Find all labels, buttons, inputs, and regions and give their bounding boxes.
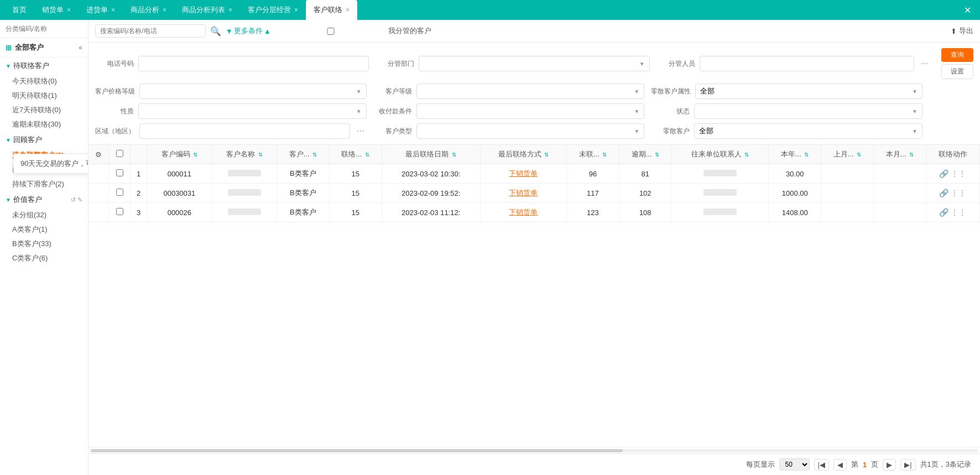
search-button[interactable]: 🔍 bbox=[210, 26, 221, 36]
select-all-checkbox[interactable] bbox=[116, 150, 123, 157]
close-customer-contact-icon[interactable]: × bbox=[346, 6, 350, 14]
uncontacted-sort-icon[interactable]: ⇅ bbox=[602, 152, 607, 158]
price-level-select[interactable]: ▼ bbox=[139, 83, 367, 99]
horizontal-scrollbar[interactable] bbox=[88, 447, 980, 453]
sidebar-item-ungrouped[interactable]: 未分组(32) bbox=[0, 208, 88, 222]
row-checkbox[interactable] bbox=[116, 208, 123, 215]
col-overdue-header[interactable]: 逾期... ⇅ bbox=[619, 145, 671, 164]
sidebar-group-lost[interactable]: ▼ 回顾客户 bbox=[0, 132, 88, 148]
manager-select[interactable] bbox=[700, 56, 914, 71]
nature-select[interactable]: ▼ bbox=[138, 103, 367, 119]
manager-more-icon[interactable]: ··· bbox=[919, 59, 930, 69]
sidebar-group-value[interactable]: ▼ 价值客户 ↺ ✎ bbox=[0, 191, 88, 208]
sidebar-group-pending[interactable]: ▼ 待联络客户 bbox=[0, 58, 88, 74]
type-sort-icon[interactable]: ⇅ bbox=[312, 152, 317, 158]
row-last-contact-way-cell[interactable]: 下销货单 bbox=[480, 203, 566, 222]
row-checkbox-cell[interactable] bbox=[109, 203, 131, 222]
row-checkbox-cell[interactable] bbox=[109, 164, 131, 184]
col-last-contact-way-header[interactable]: 最后联络方式 ⇅ bbox=[480, 145, 566, 164]
col-last-month-header[interactable]: 上月... ⇅ bbox=[821, 145, 874, 164]
sidebar-item-overdue-pending[interactable]: 逾期未联络(30) bbox=[0, 117, 88, 132]
settings-button[interactable]: 设置 bbox=[941, 64, 973, 79]
retail-select[interactable]: 全部 ▼ bbox=[694, 123, 922, 139]
my-customers-checkbox[interactable] bbox=[275, 28, 386, 35]
last-page-button[interactable]: ▶| bbox=[900, 459, 915, 471]
col-name-header[interactable]: 客户名称 ⇅ bbox=[212, 145, 277, 164]
sidebar-item-tomorrow-pending[interactable]: 明天待联络(1) bbox=[0, 88, 88, 103]
col-uncontacted-header[interactable]: 未联... ⇅ bbox=[567, 145, 619, 164]
col-last-contact-date-header[interactable]: 最后联络日期 ⇅ bbox=[382, 145, 480, 164]
tab-product-analysis-list[interactable]: 商品分析列表 × bbox=[174, 0, 240, 20]
row-last-contact-way-cell[interactable]: 下销货单 bbox=[480, 184, 566, 203]
customer-type-select[interactable]: ▼ bbox=[416, 123, 645, 139]
status-select[interactable]: ▼ bbox=[694, 103, 922, 119]
search-input[interactable] bbox=[95, 24, 206, 38]
page-size-select[interactable]: 50 100 200 bbox=[779, 458, 810, 471]
close-purchase-order-icon[interactable]: × bbox=[111, 6, 115, 14]
col-this-month-header[interactable]: 本月... ⇅ bbox=[873, 145, 926, 164]
tab-home[interactable]: 首页 bbox=[4, 0, 34, 20]
payment-select[interactable]: ▼ bbox=[416, 103, 645, 119]
row-last-contact-way-cell[interactable]: 下销货单 bbox=[480, 164, 566, 184]
sidebar-item-class-c[interactable]: C类客户(6) bbox=[0, 251, 88, 265]
col-this-year-header[interactable]: 本年... ⇅ bbox=[769, 145, 821, 164]
dept-select[interactable]: ▼ bbox=[419, 56, 649, 71]
row-action-cell[interactable]: 🔗 ⋮⋮ bbox=[926, 164, 979, 184]
row-overdue-cell: 102 bbox=[619, 184, 671, 203]
col-code-header[interactable]: 客户编码 ⇅ bbox=[147, 145, 212, 164]
col-unit-contact-header[interactable]: 往来单位联系人 ⇅ bbox=[671, 145, 769, 164]
col-settings-header[interactable]: ⚙ bbox=[88, 145, 109, 164]
phone-input[interactable] bbox=[138, 56, 369, 71]
region-select[interactable] bbox=[139, 123, 350, 139]
customer-level-select[interactable]: ▼ bbox=[416, 83, 645, 99]
name-sort-icon[interactable]: ⇅ bbox=[258, 152, 263, 158]
tab-customer-segmentation[interactable]: 客户分层经营 × bbox=[240, 0, 306, 20]
tab-sales-order[interactable]: 销货单 × bbox=[34, 0, 79, 20]
col-checkbox-header[interactable] bbox=[109, 145, 131, 164]
way-sort-icon[interactable]: ⇅ bbox=[544, 152, 549, 158]
close-product-analysis-list-icon[interactable]: × bbox=[228, 6, 232, 14]
scrollbar-track[interactable] bbox=[91, 449, 978, 452]
sidebar-item-today-pending[interactable]: 今天待联络(0) bbox=[0, 74, 88, 88]
date-sort-icon[interactable]: ⇅ bbox=[452, 152, 456, 158]
window-close-button[interactable]: ✕ bbox=[960, 5, 976, 15]
overdue-sort-icon[interactable]: ⇅ bbox=[655, 152, 659, 158]
row-action-cell[interactable]: 🔗 ⋮⋮ bbox=[926, 184, 979, 203]
sidebar-item-week-pending[interactable]: 近7天待联络(0) bbox=[0, 103, 88, 117]
last-month-sort-icon[interactable]: ⇅ bbox=[857, 152, 861, 158]
collapse-icon[interactable]: « bbox=[79, 44, 82, 51]
sidebar-all-customers[interactable]: ⊞ 全部客户 « bbox=[0, 38, 88, 58]
row-checkbox[interactable] bbox=[116, 169, 123, 176]
this-month-sort-icon[interactable]: ⇅ bbox=[909, 152, 914, 158]
row-contact-cell: 15 bbox=[329, 203, 382, 222]
tab-purchase-order[interactable]: 进货单 × bbox=[79, 0, 123, 20]
scrollbar-thumb[interactable] bbox=[91, 449, 623, 452]
col-type-header[interactable]: 客户... ⇅ bbox=[277, 145, 330, 164]
row-checkbox[interactable] bbox=[116, 189, 123, 196]
first-page-button[interactable]: |◀ bbox=[814, 459, 829, 471]
tab-customer-contact[interactable]: 客户联络 × bbox=[306, 0, 357, 20]
next-page-button[interactable]: ▶ bbox=[883, 459, 896, 471]
sidebar-search-input[interactable] bbox=[6, 25, 88, 33]
tab-product-analysis[interactable]: 商品分析 × bbox=[123, 0, 174, 20]
unit-contact-sort-icon[interactable]: ⇅ bbox=[744, 152, 749, 158]
edit-icons[interactable]: ↺ ✎ bbox=[71, 196, 82, 203]
prev-page-button[interactable]: ◀ bbox=[833, 459, 847, 471]
region-more-icon[interactable]: ··· bbox=[355, 126, 366, 136]
close-customer-seg-icon[interactable]: × bbox=[294, 6, 298, 14]
col-contact-header[interactable]: 联络... ⇅ bbox=[329, 145, 382, 164]
sidebar-item-class-b[interactable]: B类客户(33) bbox=[0, 237, 88, 251]
close-product-analysis-icon[interactable]: × bbox=[163, 6, 166, 14]
export-button[interactable]: ⬆ 导出 bbox=[951, 26, 973, 36]
sidebar-item-class-a[interactable]: A类客户(1) bbox=[0, 222, 88, 237]
this-year-sort-icon[interactable]: ⇅ bbox=[804, 152, 809, 158]
more-conditions-button[interactable]: ▼ 更多条件 ▲ bbox=[226, 26, 271, 36]
close-sales-order-icon[interactable]: × bbox=[67, 6, 71, 14]
row-checkbox-cell[interactable] bbox=[109, 184, 131, 203]
code-sort-icon[interactable]: ⇅ bbox=[193, 152, 197, 158]
query-button[interactable]: 查询 bbox=[941, 48, 973, 62]
sidebar-item-declining[interactable]: 持续下滑客户(2) bbox=[0, 177, 88, 191]
row-action-cell[interactable]: 🔗 ⋮⋮ bbox=[926, 203, 979, 222]
retail-attr-select[interactable]: 全部 ▼ bbox=[695, 83, 922, 99]
contact-sort-icon[interactable]: ⇅ bbox=[365, 152, 369, 158]
